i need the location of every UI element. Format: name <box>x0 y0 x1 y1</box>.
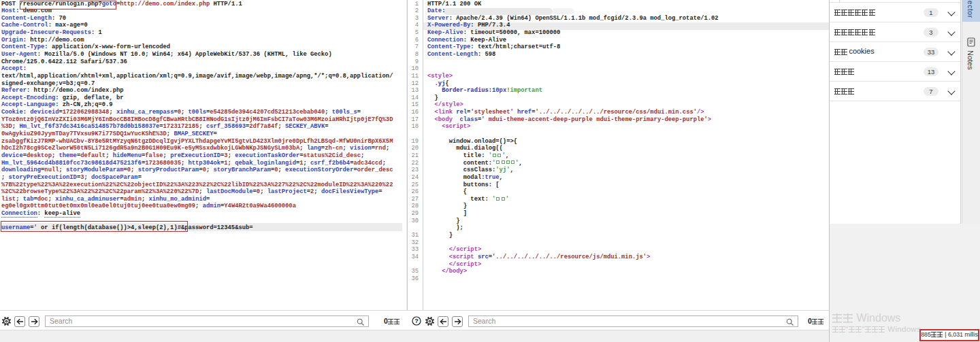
svg-text:?: ? <box>414 318 419 324</box>
